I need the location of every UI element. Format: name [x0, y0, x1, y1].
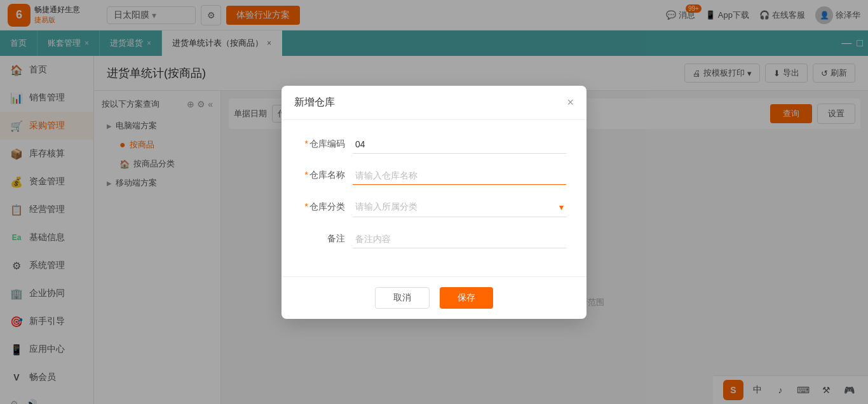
remark-input[interactable]	[353, 230, 566, 248]
modal-footer: 取消 保存	[281, 276, 587, 319]
category-label: 仓库分类	[302, 201, 353, 213]
form-row-name: 仓库名称	[302, 166, 566, 185]
modal-close-button[interactable]: ×	[567, 96, 574, 109]
name-label: 仓库名称	[302, 170, 353, 181]
code-label: 仓库编码	[302, 138, 353, 150]
cancel-button[interactable]: 取消	[375, 287, 430, 309]
modal-body: 仓库编码 仓库名称 仓库分类 请输入所属分类 ▾ 备注	[281, 120, 587, 276]
remark-label: 备注	[302, 233, 353, 245]
code-input[interactable]	[353, 135, 566, 154]
new-warehouse-modal: 新增仓库 × 仓库编码 仓库名称 仓库分类 请输入所属分类 ▾	[281, 86, 587, 319]
category-select[interactable]: 请输入所属分类 ▾	[353, 198, 566, 217]
modal-title: 新增仓库	[294, 96, 335, 109]
save-button[interactable]: 保存	[440, 287, 493, 309]
name-input[interactable]	[353, 166, 566, 185]
form-row-code: 仓库编码	[302, 135, 566, 154]
category-chevron-icon: ▾	[559, 202, 564, 212]
modal-overlay[interactable]: 新增仓库 × 仓库编码 仓库名称 仓库分类 请输入所属分类 ▾	[0, 0, 868, 404]
form-row-category: 仓库分类 请输入所属分类 ▾	[302, 198, 566, 217]
form-row-remark: 备注	[302, 230, 566, 248]
category-placeholder: 请输入所属分类	[355, 201, 417, 213]
modal-header: 新增仓库 ×	[281, 86, 587, 120]
